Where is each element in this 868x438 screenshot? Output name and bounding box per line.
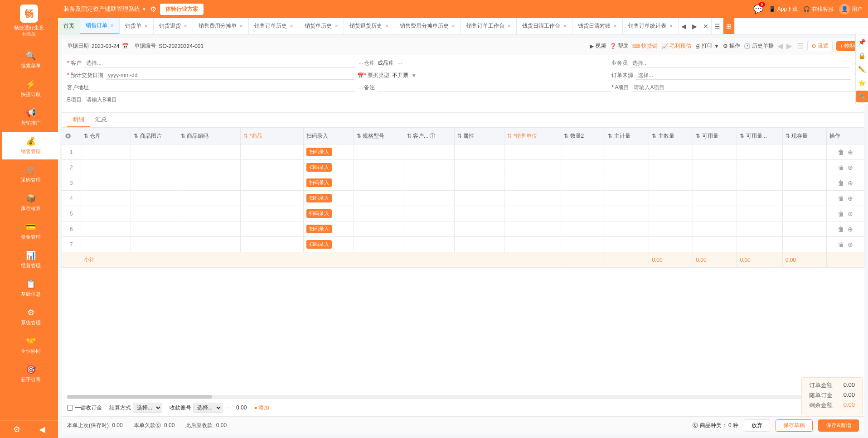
sidebar-item-marketing[interactable]: 📢 营销推广 [2,103,60,131]
system-chevron-icon[interactable]: ▼ [142,7,146,12]
sidebar-item-basics[interactable]: 📋 基础信息 [2,274,60,302]
right-panel-icon-4[interactable]: ⭐ [856,77,868,89]
shortcut-action[interactable]: ⌨ 快捷键 [632,42,658,50]
delete-icon[interactable]: 🗑 [838,195,844,202]
tab-home[interactable]: 首页 [58,18,80,34]
tab-expand-btn[interactable]: ⊞ [723,18,735,34]
copy-icon[interactable]: ⊕ [848,210,853,217]
tab-menu-btn[interactable]: ☰ [712,18,723,34]
cell-image[interactable] [131,221,178,237]
cell-unit[interactable] [504,175,561,191]
cell-spec[interactable] [354,206,404,221]
cell-main-qty[interactable] [649,175,693,191]
delivery-input[interactable] [106,71,354,80]
address-input[interactable] [92,83,355,92]
tab-summary[interactable]: 汇总 [90,113,112,127]
sort-icon[interactable]: ⇅ [608,133,612,139]
cell-spec[interactable] [354,237,404,252]
customer-input[interactable] [84,59,355,67]
view-action[interactable]: ▶ 视频 [590,42,606,50]
tab-next-btn[interactable]: ▶ [689,18,700,34]
warehouse-more-icon[interactable]: ··· [397,60,403,67]
cell-code[interactable] [178,237,241,252]
tab-sales-order-history[interactable]: 销售订单历史 ✕ [249,18,299,34]
cell-available2[interactable] [737,191,782,206]
tab-close-icon[interactable]: ✕ [290,24,293,29]
right-panel-icon-5[interactable]: 🔧 [856,91,868,102]
cell-customer-code[interactable] [404,191,454,206]
cell-main-qty[interactable] [649,191,693,206]
sort-icon[interactable]: ⇅ [243,133,248,139]
cell-available[interactable] [693,160,737,175]
cell-main-unit[interactable] [605,237,649,252]
cell-available2[interactable] [737,160,782,175]
sidebar-collapse-icon[interactable]: ◀ [39,424,45,434]
cell-available2[interactable] [737,237,782,252]
scan-button[interactable]: 扫码录入 [306,240,332,249]
cell-code[interactable] [178,175,241,191]
cell-main-unit[interactable] [605,221,649,237]
account-select[interactable]: 选择... [193,403,223,413]
cell-code[interactable] [178,221,241,237]
right-panel-icon-2[interactable]: 🔒 [856,50,868,62]
cell-stock[interactable] [782,160,826,175]
right-panel-icon-1[interactable]: 📌 [856,36,868,48]
tab-close-icon[interactable]: ✕ [335,24,338,29]
cell-qty2[interactable] [561,206,605,221]
tab-close-icon[interactable]: ✕ [451,24,455,29]
cell-attribute[interactable] [454,191,504,206]
cell-product[interactable] [241,221,304,237]
scan-button[interactable]: 扫码录入 [306,148,332,156]
cell-warehouse[interactable] [81,191,131,206]
cell-product[interactable] [241,175,304,191]
discard-button[interactable]: 放弃 [744,419,770,432]
toolbar-next-icon[interactable]: ▶ [786,42,792,50]
print-action[interactable]: 🖨 打印 ▼ [695,42,719,50]
help-action[interactable]: ❓ 帮助 [610,42,629,50]
sort-icon[interactable]: ⇅ [507,133,512,139]
copy-icon[interactable]: ⊕ [848,149,853,156]
cell-image[interactable] [131,191,178,206]
cell-qty2[interactable] [561,175,605,191]
tab-close-icon[interactable]: ✕ [239,24,243,29]
cell-product[interactable] [241,144,304,160]
sort-icon[interactable]: ⇅ [84,133,88,139]
cell-main-unit[interactable] [605,206,649,221]
tab-sales-order[interactable]: 销售订单 ✕ [80,18,120,34]
cell-code[interactable] [178,160,241,175]
address-more-icon[interactable]: ··· [358,85,364,91]
sort-icon[interactable]: ⇅ [357,133,361,139]
invoice-dropdown-icon[interactable]: ▼ [411,72,417,79]
column-settings-icon[interactable]: ⚙ [65,132,71,140]
cell-product[interactable] [241,191,304,206]
col-settings[interactable]: ⚙ [62,128,81,144]
tab-close-icon[interactable]: ✕ [669,24,673,29]
cell-main-qty[interactable] [649,160,693,175]
cell-code[interactable] [178,191,241,206]
tab-invoice-history[interactable]: 销货单历史 ✕ [299,18,344,34]
tab-daily-workbench[interactable]: 钱货日清工作台 ✕ [517,18,572,34]
copy-icon[interactable]: ⊕ [848,241,853,248]
toolbar-list-icon[interactable]: ☰ [797,42,804,50]
cell-main-qty[interactable] [649,206,693,221]
cell-qty2[interactable] [561,221,605,237]
cell-product[interactable] [241,206,304,221]
message-icon[interactable]: 💬 9 [753,4,763,14]
delete-icon[interactable]: 🗑 [838,164,844,171]
cell-customer-code[interactable] [404,237,454,252]
cell-attribute[interactable] [454,221,504,237]
cell-available[interactable] [693,221,737,237]
cell-warehouse[interactable] [81,175,131,191]
salesperson-input[interactable] [630,59,850,67]
cell-spec[interactable] [354,175,404,191]
settings-button[interactable]: ⚙ 设置 [807,41,833,51]
copy-icon[interactable]: ⊕ [848,179,853,187]
cell-warehouse[interactable] [81,237,131,252]
tab-close-icon[interactable]: ✕ [613,24,617,29]
delete-icon[interactable]: 🗑 [838,210,844,217]
cell-spec[interactable] [354,160,404,175]
cell-spec[interactable] [354,144,404,160]
cell-unit[interactable] [504,160,561,175]
sort-icon[interactable]: ⇅ [786,133,790,139]
copy-icon[interactable]: ⊕ [848,226,853,233]
